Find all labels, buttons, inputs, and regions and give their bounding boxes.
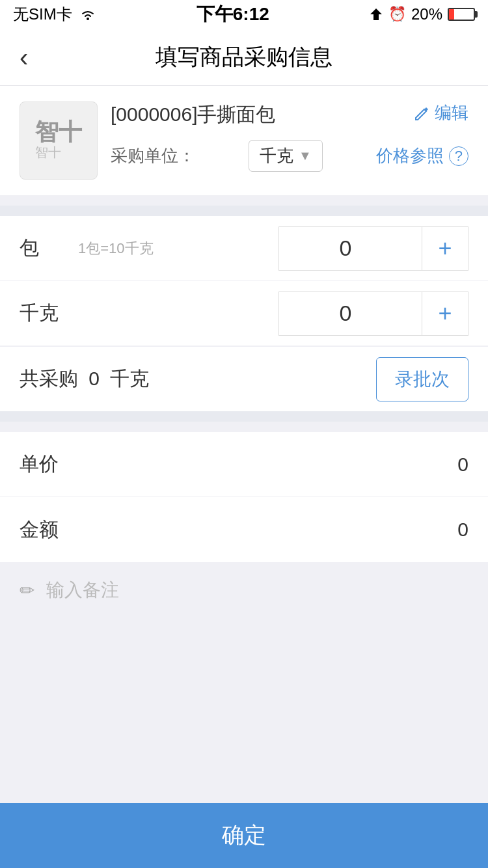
kg-input-group: +	[72, 292, 468, 336]
price-ref-button[interactable]: 价格参照 ?	[376, 144, 468, 167]
battery-icon	[448, 8, 475, 21]
pencil-icon: ✏	[20, 580, 34, 601]
product-section: 智十 智十 [0000006]手撕面包 编辑 采购单位： 千克 ▼	[0, 86, 488, 195]
page-title: 填写商品采购信息	[156, 42, 332, 72]
unit-label: 采购单位：	[111, 144, 195, 167]
product-logo: 智十	[35, 120, 82, 144]
carrier-text: 无SIM卡	[13, 4, 72, 25]
kg-plus-button[interactable]: +	[422, 292, 468, 336]
package-input[interactable]	[278, 226, 422, 271]
empty-area	[0, 618, 488, 813]
chevron-down-icon: ▼	[299, 148, 312, 163]
form-section: 包 1包=10千克 + 千克 + 共采购 0 千克 录批次	[0, 216, 488, 411]
amount-row: 金额 0	[0, 497, 488, 562]
edit-icon	[414, 105, 431, 122]
remark-section[interactable]: ✏ 输入备注	[0, 562, 488, 618]
status-right: ⏰ 20%	[369, 5, 475, 23]
unit-price-row: 单价 0	[0, 432, 488, 497]
package-label: 包	[20, 235, 72, 262]
kg-label: 千克	[20, 300, 72, 327]
product-name: [0000006]手撕面包	[111, 102, 414, 128]
back-button[interactable]: ‹	[20, 44, 28, 70]
battery-percent: 20%	[411, 5, 442, 23]
unit-price-value: 0	[457, 454, 468, 476]
unit-price-label: 单价	[20, 451, 59, 478]
edit-button[interactable]: 编辑	[414, 102, 468, 124]
package-plus-button[interactable]: +	[422, 226, 468, 271]
kg-input[interactable]	[278, 292, 422, 336]
batch-button[interactable]: 录批次	[376, 357, 468, 401]
nav-bar: ‹ 填写商品采购信息	[0, 29, 488, 86]
help-icon: ?	[449, 146, 468, 166]
product-info: [0000006]手撕面包 编辑 采购单位： 千克 ▼ 价格参照 ?	[111, 102, 468, 172]
summary-section: 共采购 0 千克 录批次	[0, 346, 488, 411]
confirm-button[interactable]: 确定	[0, 803, 488, 868]
package-sublabel: 1包=10千克	[78, 239, 154, 258]
kg-row: 千克 +	[0, 281, 488, 346]
remark-placeholder: 输入备注	[46, 578, 119, 603]
divider-band-2	[0, 411, 488, 422]
summary-text: 共采购 0 千克	[20, 366, 149, 392]
amount-label: 金额	[20, 517, 59, 543]
alarm-icon: ⏰	[388, 6, 406, 23]
location-icon	[369, 7, 383, 21]
package-input-group: +	[154, 226, 468, 271]
amount-value: 0	[457, 519, 468, 541]
status-left: 无SIM卡	[13, 4, 97, 25]
status-bar: 无SIM卡 下午6:12 ⏰ 20%	[0, 0, 488, 29]
wifi-icon	[79, 8, 97, 21]
package-row: 包 1包=10千克 +	[0, 216, 488, 281]
svg-point-0	[87, 18, 89, 20]
unit-selector[interactable]: 千克 ▼	[249, 140, 323, 172]
status-time: 下午6:12	[197, 2, 269, 27]
price-section: 单价 0 金额 0	[0, 432, 488, 562]
divider-band	[0, 206, 488, 216]
product-image: 智十 智十	[20, 102, 98, 180]
